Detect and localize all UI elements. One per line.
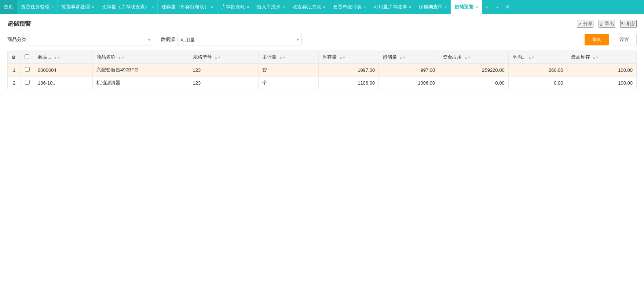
row-num: 1 (8, 64, 21, 77)
table-row: 2 186-10... 机油滤清器 123 个 1106.00 1006.00 … (8, 77, 637, 89)
page-header: 超储预警 ↗ 分享 ⤓ 导出 ↻ 刷新 (7, 20, 637, 28)
cell-capital: 259220.00 (439, 64, 508, 77)
cell-product-code: 0000004 (34, 64, 93, 77)
nav-prev-arrow[interactable]: ‹ (482, 0, 492, 14)
product-category-select[interactable] (29, 34, 153, 45)
share-button[interactable]: ↗ 分享 (577, 20, 593, 28)
sort-icon: ▲▼ (464, 56, 471, 59)
nav-item-inventory-status[interactable]: 现存量（库存状况表） × (98, 0, 158, 14)
sort-icon: ▲▼ (54, 56, 60, 59)
nav-item-order-stats[interactable]: 要货单统计表 × (329, 0, 370, 14)
refresh-icon: ↻ (621, 21, 625, 27)
cell-product-name: 机油滤清器 (92, 77, 189, 89)
close-icon[interactable]: × (282, 5, 285, 9)
cell-max-stock: 100.00 (567, 64, 636, 77)
row-checkbox[interactable] (25, 80, 30, 85)
close-icon[interactable]: × (151, 5, 154, 9)
th-avg[interactable]: 平均... ▲▼ (508, 51, 567, 64)
nav-item-abnormal[interactable]: 拣货异常处理 × (58, 0, 98, 14)
nav-item-batch-account[interactable]: 库存批次账 × (217, 0, 253, 14)
close-icon[interactable]: × (211, 5, 213, 9)
data-source-select[interactable]: 可用量 库存量 (177, 34, 302, 45)
th-unit[interactable]: 主计量 ▲▼ (258, 51, 318, 64)
table-body: 1 0000004 六配套新昌490BPG 123 套 1097.00 997.… (8, 64, 637, 89)
close-icon[interactable]: × (475, 5, 477, 9)
sort-icon: ▲▼ (592, 56, 599, 59)
row-checkbox[interactable] (25, 67, 30, 72)
cell-unit: 个 (258, 77, 318, 89)
th-capital[interactable]: 资金占用 ▲▼ (439, 51, 508, 64)
export-icon: ⤓ (599, 21, 603, 27)
close-icon[interactable]: × (247, 5, 249, 9)
cell-product-code: 186-10... (34, 77, 93, 89)
nav-item-task-mgmt[interactable]: 拣货任务管理 × (17, 0, 58, 14)
sort-icon: ▲▼ (214, 56, 221, 59)
close-icon[interactable]: × (444, 5, 447, 9)
nav-item-collect-send[interactable]: 收发存汇总表 × (289, 0, 329, 14)
product-category-label: 商品分类 (7, 36, 26, 43)
product-category-filter: 商品分类 (7, 34, 153, 45)
filter-area: 商品分类 数据源 可用量 库存量 查询 设置 (7, 34, 637, 45)
cell-overstock: 997.00 (379, 64, 439, 77)
nav-item-available-account[interactable]: 可用量库存账本 × (370, 0, 415, 14)
query-button[interactable]: 查询 (585, 34, 609, 45)
settings-button[interactable]: 设置 (612, 34, 637, 45)
close-icon[interactable]: × (363, 5, 366, 9)
sort-icon: ▲▼ (118, 56, 125, 59)
table-row: 1 0000004 六配套新昌490BPG 123 套 1097.00 997.… (8, 64, 637, 77)
nav-next-arrow[interactable]: › (492, 0, 502, 14)
cell-product-name: 六配套新昌490BPG (92, 64, 189, 77)
cell-avg: 260.00 (508, 64, 567, 77)
nav-item-overstock-warning[interactable]: 超储预警 × (451, 0, 482, 14)
cell-spec: 123 (189, 64, 258, 77)
cell-avg: 0.00 (508, 77, 567, 89)
page-title: 超储预警 (7, 20, 31, 28)
cell-capital: 0.00 (439, 77, 508, 89)
th-product-code[interactable]: 商品... ▲▼ (34, 51, 93, 64)
filter-actions: 查询 设置 (585, 34, 637, 45)
th-stock[interactable]: 库存量 ▲▼ (319, 51, 379, 64)
page-content: 超储预警 ↗ 分享 ⤓ 导出 ↻ 刷新 商品分类 (0, 14, 644, 95)
cell-stock: 1097.00 (319, 64, 379, 77)
share-icon: ↗ (578, 21, 582, 27)
sort-icon: ▲▼ (279, 56, 286, 59)
close-icon[interactable]: × (51, 5, 54, 9)
header-actions: ↗ 分享 ⤓ 导出 ↻ 刷新 (577, 20, 637, 28)
close-icon[interactable]: × (92, 5, 94, 9)
th-settings[interactable]: ⚙ (8, 51, 21, 64)
row-checkbox-cell[interactable] (21, 77, 34, 89)
th-checkbox[interactable] (21, 51, 34, 64)
nav-home[interactable]: 首页 (0, 0, 17, 14)
export-button[interactable]: ⤓ 导出 (599, 20, 615, 28)
settings-gear-icon: ⚙ (11, 55, 16, 60)
table-header: ⚙ 商品... ▲▼ 商品名称 ▲▼ 规格型号 ▲▼ 主计 (8, 51, 637, 64)
th-max-stock[interactable]: 最高库存 ▲▼ (567, 51, 636, 64)
cell-unit: 套 (258, 64, 318, 77)
row-num: 2 (8, 77, 21, 89)
nav-item-inventory-dist[interactable]: 现存量（库存分布表） × (158, 0, 217, 14)
data-source-select-wrapper: 可用量 库存量 (177, 34, 302, 45)
product-category-select-wrapper (29, 34, 153, 45)
row-checkbox-cell[interactable] (21, 64, 34, 77)
sort-icon: ▲▼ (528, 56, 535, 59)
data-source-filter: 数据源 可用量 库存量 (161, 34, 302, 45)
nav-item-inout-flow[interactable]: 出入库流水 × (253, 0, 289, 14)
nav-close-arrow[interactable]: ✕ (502, 0, 513, 14)
close-icon[interactable]: × (323, 5, 325, 9)
sort-icon: ▲▼ (399, 56, 406, 59)
th-overstock[interactable]: 超储量 ▲▼ (379, 51, 439, 64)
top-nav: 首页 拣货任务管理 × 拣货异常处理 × 现存量（库存状况表） × 现存量（库存… (0, 0, 644, 14)
refresh-button[interactable]: ↻ 刷新 (620, 20, 637, 28)
data-table: ⚙ 商品... ▲▼ 商品名称 ▲▼ 规格型号 ▲▼ 主计 (7, 51, 637, 89)
th-product-name[interactable]: 商品名称 ▲▼ (92, 51, 189, 64)
cell-max-stock: 100.00 (567, 77, 636, 89)
cell-spec: 123 (189, 77, 258, 89)
select-all-checkbox[interactable] (25, 54, 29, 59)
close-icon[interactable]: × (409, 5, 411, 9)
cell-overstock: 1006.00 (379, 77, 439, 89)
sort-icon: ▲▼ (339, 56, 346, 59)
cell-stock: 1106.00 (319, 77, 379, 89)
th-spec[interactable]: 规格型号 ▲▼ (189, 51, 258, 64)
data-source-label: 数据源 (161, 36, 175, 43)
nav-item-shelf-life[interactable]: 保质期查询 × (415, 0, 451, 14)
